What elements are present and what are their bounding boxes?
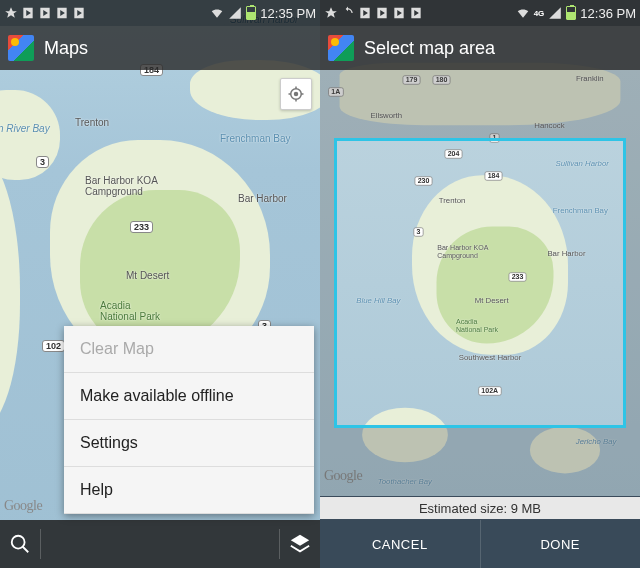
label-frenchman: Frenchman Bay xyxy=(220,133,291,144)
play-icon xyxy=(55,6,69,20)
status-clock: 12:35 PM xyxy=(260,6,316,21)
play-icon xyxy=(375,6,389,20)
app-bar: Maps xyxy=(0,26,320,70)
route-shield-180: 180 xyxy=(433,75,451,84)
label-riverbay: n River Bay xyxy=(0,123,50,134)
menu-help[interactable]: Help xyxy=(64,467,314,514)
maps-app-icon[interactable] xyxy=(8,35,34,61)
app-title: Maps xyxy=(44,38,88,59)
label-ellsworth: Ellsworth xyxy=(370,111,402,120)
route-shield-233: 233 xyxy=(130,221,153,233)
bottom-bar xyxy=(0,520,320,568)
menu-clear-map[interactable]: Clear Map xyxy=(64,326,314,373)
wifi-icon xyxy=(210,6,224,20)
google-watermark: Google xyxy=(324,468,362,484)
play-icon xyxy=(21,6,35,20)
overflow-menu: Clear Map Make available offline Setting… xyxy=(64,326,314,514)
status-clock: 12:36 PM xyxy=(580,6,636,21)
play-icon xyxy=(358,6,372,20)
menu-make-offline[interactable]: Make available offline xyxy=(64,373,314,420)
layers-button[interactable] xyxy=(280,533,320,555)
carrier-tech: 4G xyxy=(534,9,545,18)
google-watermark: Google xyxy=(4,498,42,514)
label-hancock: Hancock xyxy=(534,121,564,130)
label-franklin: Franklin xyxy=(576,74,604,83)
app-bar: Select map area xyxy=(320,26,640,70)
route-shield-179: 179 xyxy=(403,75,421,84)
play-icon xyxy=(72,6,86,20)
label-jericho: Jericho Bay xyxy=(576,437,617,446)
action-bar: CANCEL DONE xyxy=(320,520,640,568)
battery-icon xyxy=(246,6,256,20)
done-button[interactable]: DONE xyxy=(481,520,641,568)
status-bar: 12:35 PM xyxy=(0,0,320,26)
play-icon xyxy=(409,6,423,20)
route-shield-102: 102 xyxy=(42,340,65,352)
menu-settings[interactable]: Settings xyxy=(64,420,314,467)
wifi-icon xyxy=(516,6,530,20)
app-title: Select map area xyxy=(364,38,495,59)
search-button[interactable] xyxy=(0,533,40,555)
route-shield-3: 3 xyxy=(36,156,49,168)
label-acadia: Acadia National Park xyxy=(100,300,160,322)
maps-app-icon[interactable] xyxy=(328,35,354,61)
screenshot-right: Franklin Ellsworth Hancock Sullivan Harb… xyxy=(320,0,640,568)
selection-rectangle[interactable] xyxy=(334,138,626,428)
signal-icon xyxy=(548,6,562,20)
play-icon xyxy=(392,6,406,20)
battery-icon xyxy=(566,6,576,20)
label-mtdesert: Mt Desert xyxy=(126,270,169,281)
label-trenton: Trenton xyxy=(75,117,109,128)
estimated-size-bar: Estimated size: 9 MB xyxy=(320,496,640,520)
play-icon xyxy=(38,6,52,20)
cancel-button[interactable]: CANCEL xyxy=(320,520,481,568)
svg-point-0 xyxy=(294,92,299,97)
signal-icon xyxy=(228,6,242,20)
screenshot-left: Sullivan Harbor n River Bay Trenton Fren… xyxy=(0,0,320,568)
gps-icon xyxy=(4,6,18,20)
label-toothacher: Toothacher Bay xyxy=(378,477,432,486)
route-shield-1a: 1A xyxy=(328,87,343,96)
svg-point-2 xyxy=(12,536,25,549)
rotate-icon xyxy=(341,6,355,20)
gps-icon xyxy=(324,6,338,20)
my-location-button[interactable] xyxy=(280,78,312,110)
label-koa: Bar Harbor KOA Campground xyxy=(85,175,158,197)
status-bar: 4G 12:36 PM xyxy=(320,0,640,26)
label-barharbor: Bar Harbor xyxy=(238,193,287,204)
